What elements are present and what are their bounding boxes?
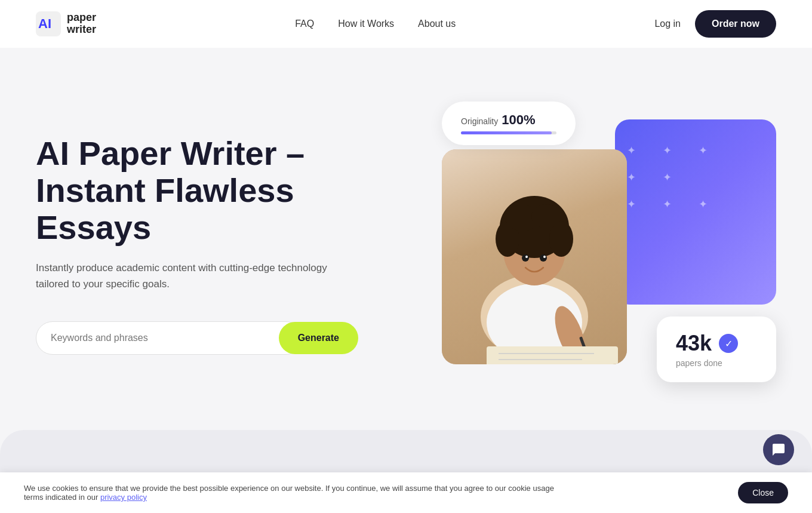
nav-right: Log in Order now: [654, 10, 776, 38]
hero-title-line1: AI Paper Writer –: [36, 134, 304, 172]
svg-point-15: [522, 254, 529, 262]
bg-decorative-card: [615, 119, 776, 305]
svg-text:AI: AI: [38, 16, 51, 31]
svg-rect-12: [487, 346, 618, 364]
hero-title: AI Paper Writer – Instant Flawless Essay…: [36, 135, 418, 245]
originality-value: 100%: [502, 112, 535, 128]
cookie-buttons: Close: [738, 482, 788, 503]
svg-point-16: [540, 254, 547, 262]
chat-button[interactable]: [763, 434, 794, 465]
logo[interactable]: AI paper writer: [36, 11, 96, 36]
hero-left: AI Paper Writer – Instant Flawless Essay…: [36, 135, 418, 354]
person-writing-svg: [451, 161, 618, 364]
cookie-privacy-link[interactable]: privacy policy: [100, 493, 147, 502]
stats-number: 43k: [676, 331, 712, 356]
cookie-text: We use cookies to ensure that we provide…: [24, 484, 561, 502]
cookie-banner: We use cookies to ensure that we provide…: [0, 472, 812, 513]
svg-point-9: [531, 204, 561, 228]
nav-how-works[interactable]: How it Works: [338, 19, 394, 29]
navbar: AI paper writer FAQ How it Works About u…: [0, 0, 812, 48]
nav-faq[interactable]: FAQ: [295, 19, 314, 29]
logo-paper: paper: [67, 12, 96, 24]
hero-subtitle: Instantly produce academic content with …: [36, 260, 334, 292]
originality-label: Originality: [461, 116, 498, 126]
login-button[interactable]: Log in: [654, 19, 681, 29]
stats-card: 43k ✓ papers done: [657, 317, 776, 382]
hero-title-line2: Instant Flawless Essays: [36, 171, 294, 246]
search-bar: Generate: [36, 321, 358, 355]
svg-point-17: [525, 256, 528, 258]
stats-row: 43k ✓: [676, 331, 757, 356]
photo-placeholder: [442, 149, 627, 364]
svg-point-18: [543, 256, 546, 258]
generate-button[interactable]: Generate: [279, 322, 358, 354]
close-cookie-button[interactable]: Close: [738, 482, 788, 503]
hero-right: Originality 100%: [442, 102, 776, 388]
nav-about[interactable]: About us: [418, 19, 456, 29]
nav-links: FAQ How it Works About us: [295, 19, 456, 29]
originality-bar: [461, 131, 556, 134]
keywords-input[interactable]: [36, 321, 303, 355]
hero-section: AI Paper Writer – Instant Flawless Essay…: [0, 48, 812, 430]
originality-card: Originality 100%: [442, 102, 576, 145]
stats-label: papers done: [676, 358, 757, 368]
chat-icon: [771, 443, 786, 457]
order-button[interactable]: Order now: [695, 10, 776, 38]
hero-photo-card: [442, 149, 627, 364]
stats-check-icon: ✓: [719, 334, 738, 353]
logo-writer: writer: [67, 24, 96, 36]
logo-text: paper writer: [67, 12, 96, 36]
originality-bar-fill: [461, 131, 552, 134]
logo-icon: AI: [36, 11, 61, 36]
